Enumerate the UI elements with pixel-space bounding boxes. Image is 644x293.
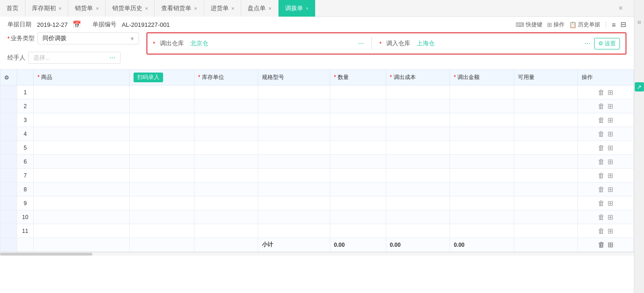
biz-type-select[interactable]: 同价调拨 ▾ [37, 32, 139, 44]
copy-row-icon[interactable]: ⊞ [608, 171, 614, 180]
tab-purchase[interactable]: 进货单 × [204, 0, 241, 17]
row-qty[interactable] [330, 99, 386, 113]
row-product[interactable] [34, 210, 130, 224]
row-unit[interactable] [194, 224, 258, 238]
quick-key-action[interactable]: ⌨ 快捷键 [516, 21, 542, 29]
row-unit[interactable] [194, 155, 258, 169]
row-amount[interactable] [450, 99, 514, 113]
tab-close-stocktake[interactable]: × [268, 0, 271, 17]
tab-close-sales-history[interactable]: × [145, 0, 148, 17]
grid-view-action[interactable]: ⊟ [620, 20, 626, 29]
row-qty[interactable] [330, 127, 386, 141]
copy-row-icon[interactable]: ⊞ [608, 213, 614, 221]
scan-button[interactable]: 扫码录入 [134, 73, 163, 82]
delete-row-icon[interactable]: 🗑 [598, 171, 605, 179]
row-cost[interactable] [386, 155, 450, 169]
delete-row-icon[interactable]: 🗑 [598, 158, 605, 165]
row-cost[interactable] [386, 127, 450, 141]
row-cost[interactable] [386, 99, 450, 113]
row-cost[interactable] [386, 210, 450, 224]
delete-row-icon[interactable]: 🗑 [598, 199, 605, 207]
row-qty[interactable] [330, 196, 386, 210]
row-amount[interactable] [450, 169, 514, 183]
copy-row-icon[interactable]: ⊞ [608, 102, 614, 110]
doc-date-value[interactable]: 2019-12-27 [37, 21, 68, 28]
row-amount[interactable] [450, 196, 514, 210]
close-all-tabs[interactable]: × [619, 0, 623, 17]
delete-row-icon[interactable]: 🗑 [598, 213, 605, 221]
row-qty[interactable] [330, 169, 386, 183]
row-spec[interactable] [258, 224, 330, 238]
row-spec[interactable] [258, 169, 330, 183]
copy-row-icon[interactable]: ⊞ [608, 185, 614, 194]
side-list-icon[interactable]: ≡ [636, 18, 643, 26]
settings-button[interactable]: ⚙ 设置 [594, 38, 620, 49]
delete-row-icon[interactable]: 🗑 [598, 116, 605, 124]
row-cost[interactable] [386, 141, 450, 155]
row-qty[interactable] [330, 155, 386, 169]
row-spec[interactable] [258, 210, 330, 224]
row-spec[interactable] [258, 183, 330, 196]
row-amount[interactable] [450, 224, 514, 238]
row-amount[interactable] [450, 127, 514, 141]
row-unit[interactable] [194, 183, 258, 196]
row-amount[interactable] [450, 113, 514, 127]
row-product[interactable] [34, 169, 130, 183]
row-product[interactable] [34, 183, 130, 196]
tab-transfer[interactable]: 调拨单 × [279, 0, 316, 17]
copy-row-icon[interactable]: ⊞ [608, 88, 614, 97]
row-spec[interactable] [258, 113, 330, 127]
row-unit[interactable] [194, 196, 258, 210]
row-unit[interactable] [194, 85, 258, 99]
row-unit[interactable] [194, 127, 258, 141]
row-product[interactable] [34, 99, 130, 113]
th-gear[interactable]: ⚙ [0, 70, 17, 85]
row-cost[interactable] [386, 113, 450, 127]
copy-row-icon[interactable]: ⊞ [608, 144, 614, 152]
row-cost[interactable] [386, 183, 450, 196]
tab-stocktake[interactable]: 盘点单 × [241, 0, 278, 17]
row-spec[interactable] [258, 127, 330, 141]
row-spec[interactable] [258, 141, 330, 155]
row-product[interactable] [34, 113, 130, 127]
tab-close-sales-order[interactable]: × [96, 0, 98, 17]
delete-row-icon[interactable]: 🗑 [598, 185, 605, 193]
row-qty[interactable] [330, 183, 386, 196]
row-cost[interactable] [386, 224, 450, 238]
horizontal-scrollbar[interactable] [0, 252, 634, 256]
row-qty[interactable] [330, 141, 386, 155]
row-spec[interactable] [258, 196, 330, 210]
row-amount[interactable] [450, 183, 514, 196]
calendar-icon[interactable]: 📅 [73, 20, 81, 29]
tab-home[interactable]: 首页 [0, 0, 25, 17]
row-unit[interactable] [194, 169, 258, 183]
row-qty[interactable] [330, 113, 386, 127]
handler-select[interactable]: 选择... ··· [28, 52, 121, 64]
row-amount[interactable] [450, 210, 514, 224]
scroll-thumb-horizontal[interactable] [0, 253, 92, 256]
out-warehouse-more-icon[interactable]: ··· [358, 39, 364, 48]
delete-row-icon[interactable]: 🗑 [598, 130, 605, 138]
row-qty[interactable] [330, 224, 386, 238]
row-unit[interactable] [194, 210, 258, 224]
delete-row-icon[interactable]: 🗑 [598, 102, 605, 110]
copy-row-icon[interactable]: ⊞ [608, 158, 614, 166]
copy-row-icon[interactable]: ⊞ [608, 227, 614, 235]
row-cost[interactable] [386, 85, 450, 99]
row-product[interactable] [34, 155, 130, 169]
row-product[interactable] [34, 224, 130, 238]
row-product[interactable] [34, 196, 130, 210]
tab-inventory-init[interactable]: 库存期初 × [25, 0, 68, 17]
operations-action[interactable]: ⊞ 操作 [547, 21, 565, 29]
delete-row-icon[interactable]: 🗑 [598, 88, 605, 96]
delete-row-icon[interactable]: 🗑 [598, 144, 605, 152]
delete-row-icon[interactable]: 🗑 [598, 227, 605, 235]
row-product[interactable] [34, 85, 130, 99]
subtotal-copy-icon[interactable]: ⊞ [608, 241, 614, 249]
tab-sales-history[interactable]: 销货单历史 × [106, 0, 155, 17]
tab-sales-order[interactable]: 销货单 × [68, 0, 105, 17]
copy-row-icon[interactable]: ⊞ [608, 199, 614, 208]
row-spec[interactable] [258, 155, 330, 169]
row-unit[interactable] [194, 99, 258, 113]
row-qty[interactable] [330, 210, 386, 224]
